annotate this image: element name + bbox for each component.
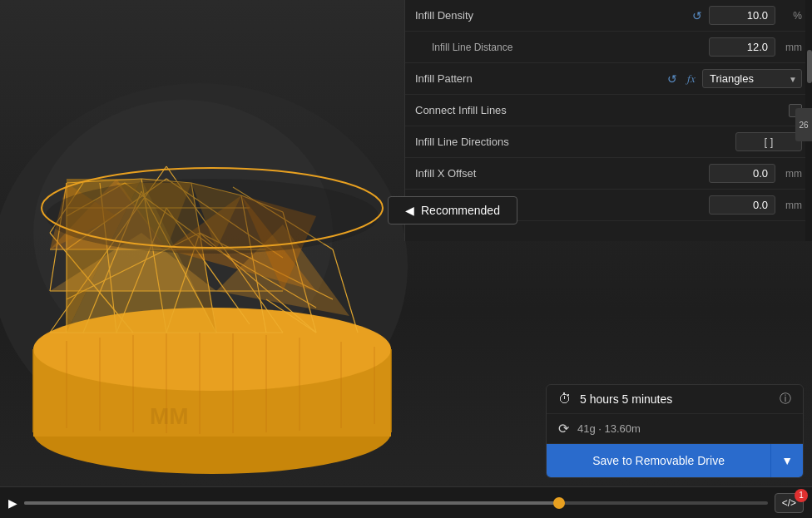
time-row: ⏱ 5 hours 5 minutes ⓘ [547,385,803,414]
infill-pattern-controls: ↺ 𝑓𝑥 Grid Lines Triangles Tri Hexagon Cu… [664,69,802,88]
filament-label: 41g · 13.60m [577,422,641,435]
infill-pattern-select[interactable]: Grid Lines Triangles Tri Hexagon Cubic G… [702,69,802,88]
scrubber-thumb[interactable] [553,497,565,509]
save-button[interactable]: Save to Removable Drive [547,444,770,477]
infill-pattern-reset[interactable]: ↺ [664,71,681,87]
infill-density-reset[interactable]: ↺ [689,7,706,24]
infill-x-offset-input[interactable] [709,164,775,183]
infill-x-offset-controls: mm [709,164,802,183]
time-icon: ⏱ [558,392,572,407]
infill-line-distance-controls: mm [709,37,802,57]
connect-infill-lines-row: Connect Infill Lines [405,95,812,126]
infill-pattern-dropdown-wrapper: Grid Lines Triangles Tri Hexagon Cubic G… [702,69,802,88]
scroll-thumb[interactable] [807,50,812,83]
infill-line-directions-controls: [ ] [735,132,802,151]
recommended-button[interactable]: ◀ Recommended [388,196,517,224]
svg-text:MM: MM [150,403,189,429]
infill-line-distance-unit: mm [779,42,802,53]
time-label: 5 hours 5 minutes [580,392,771,406]
time-info-button[interactable]: ⓘ [780,392,791,407]
recommended-label: Recommended [421,204,500,217]
code-button[interactable]: </> 1 [775,493,804,513]
infill-line-directions-label: Infill Line Directions [415,136,735,148]
filament-icon: ⟳ [558,421,569,437]
connect-infill-lines-label: Connect Infill Lines [415,104,789,116]
back-arrow-icon: ◀ [405,204,414,217]
infill-line-directions-row: Infill Line Directions [ ] [405,126,812,158]
infill-density-input[interactable] [709,6,775,25]
play-button[interactable]: ▶ [8,496,17,510]
infill-pattern-row: Infill Pattern ↺ 𝑓𝑥 Grid Lines Triangles… [405,63,812,95]
layer-counter[interactable]: 26 [795,108,812,141]
scrubber-track[interactable] [24,501,768,505]
filament-row: ⟳ 41g · 13.60m [547,414,803,444]
infill-line-distance-row: Infill Line Distance mm [405,32,812,63]
infill-x-offset-label: Infill X Offset [415,167,709,180]
infill-y-offset-input[interactable] [709,195,775,215]
svg-point-51 [46,179,379,254]
infill-pattern-label: Infill Pattern [415,72,664,85]
bottom-bar: ▶ </> 1 [0,486,812,518]
code-icon: </> [782,497,796,509]
infill-x-offset-unit: mm [779,168,802,180]
infill-line-distance-input[interactable] [709,37,775,57]
infill-line-directions-value[interactable]: [ ] [735,132,802,151]
notification-badge: 1 [795,489,808,502]
save-row: Save to Removable Drive ▼ [547,444,803,477]
infill-density-label: Infill Density [415,9,689,22]
infill-density-controls: ↺ % [689,6,802,25]
info-circle-icon: ⓘ [780,392,791,405]
infill-density-row: Infill Density ↺ % [405,0,812,32]
infill-pattern-fx[interactable]: 𝑓𝑥 [684,71,699,87]
save-dropdown-button[interactable]: ▼ [770,444,803,477]
infill-x-offset-row: Infill X Offset mm [405,158,812,190]
info-panel: ⏱ 5 hours 5 minutes ⓘ ⟳ 41g · 13.60m Sav… [546,384,804,478]
infill-y-offset-unit: mm [779,200,802,211]
infill-density-unit: % [779,10,802,22]
chevron-down-icon: ▼ [781,454,793,467]
scrubber-fill [24,501,559,505]
layer-count-value: 26 [799,121,808,130]
infill-y-offset-controls: mm [709,195,802,215]
infill-line-distance-label: Infill Line Distance [415,42,709,53]
